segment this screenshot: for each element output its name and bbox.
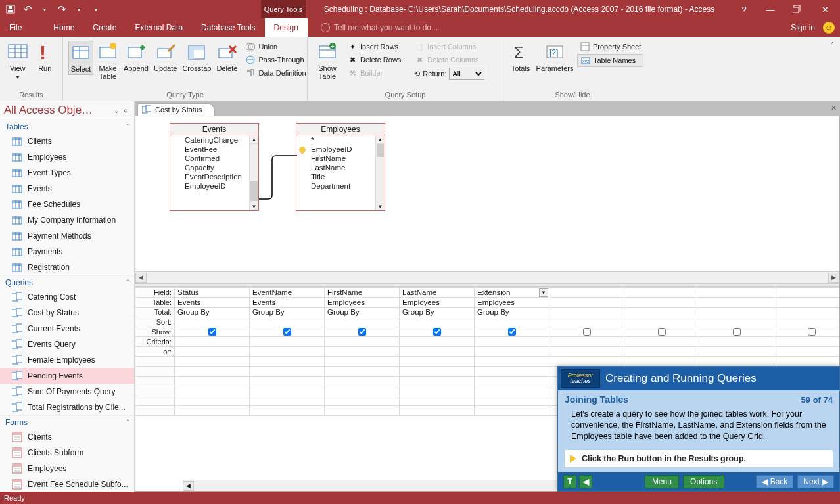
qbe-cell[interactable]	[250, 347, 325, 357]
qbe-cell[interactable]	[549, 337, 624, 347]
field-row[interactable]: Department	[296, 181, 385, 191]
tutor-options-button[interactable]: Options	[683, 475, 724, 488]
qbe-cell[interactable]	[774, 317, 840, 327]
field-row[interactable]: EmployeeID	[170, 181, 258, 191]
nav-item[interactable]: Event Types	[0, 165, 134, 181]
qbe-cell[interactable]	[175, 327, 250, 337]
minimize-button[interactable]: —	[757, 0, 783, 18]
nav-group-header[interactable]: Formsˆ	[0, 416, 134, 429]
qbe-cell[interactable]: Group By	[325, 308, 400, 317]
show-checkbox[interactable]	[433, 328, 441, 336]
field-row[interactable]: EmployeeID	[296, 145, 385, 154]
sign-in-link[interactable]: Sign in	[791, 23, 815, 32]
nav-item[interactable]: Sum Of Payments Query	[0, 384, 134, 400]
document-tab[interactable]: Cost by Status	[137, 103, 215, 116]
qbe-cell[interactable]	[699, 337, 774, 347]
qbe-cell[interactable]	[624, 327, 699, 337]
qbe-cell[interactable]	[549, 317, 624, 327]
field-row[interactable]: Confirmed	[170, 154, 258, 163]
tab-file[interactable]: File	[0, 18, 31, 37]
qbe-cell[interactable]	[175, 367, 250, 377]
nav-item[interactable]: Cost by Status	[0, 305, 134, 321]
qbe-cell[interactable]	[400, 406, 475, 416]
qbe-cell[interactable]	[175, 337, 250, 347]
qbe-cell[interactable]: Employees	[475, 298, 549, 308]
nav-menu-icon[interactable]: ⌄	[112, 106, 121, 115]
qbe-cell[interactable]	[624, 337, 699, 347]
qbe-cell[interactable]	[250, 357, 325, 367]
save-icon[interactable]	[5, 4, 16, 14]
nav-item[interactable]: Employees	[0, 461, 134, 476]
qbe-cell[interactable]: Group By	[475, 308, 549, 317]
nav-item[interactable]: Clients	[0, 429, 134, 445]
union-button[interactable]: Union	[243, 41, 308, 53]
qbe-cell[interactable]	[325, 327, 400, 337]
qbe-cell[interactable]	[400, 367, 475, 377]
close-button[interactable]: ✕	[810, 0, 840, 18]
show-checkbox[interactable]	[358, 328, 366, 336]
qbe-cell[interactable]	[250, 396, 325, 406]
qbe-cell[interactable]	[400, 357, 475, 367]
nav-item[interactable]: Pending Events	[0, 368, 134, 384]
qbe-cell[interactable]	[250, 337, 325, 347]
qbe-cell[interactable]	[475, 386, 549, 396]
nav-item[interactable]: Total Registrations by Clie...	[0, 400, 134, 415]
qbe-cell[interactable]: Extension▼	[475, 288, 549, 298]
run-button[interactable]: ! Run	[33, 41, 58, 74]
qbe-cell[interactable]	[774, 288, 840, 298]
scroll-left-icon[interactable]: ◀	[135, 273, 147, 283]
passthrough-button[interactable]: Pass-Through	[243, 54, 308, 66]
show-checkbox[interactable]	[208, 328, 216, 336]
qbe-cell[interactable]	[475, 317, 549, 327]
qbe-cell[interactable]	[475, 347, 549, 357]
field-row[interactable]: Capacity	[170, 163, 258, 172]
field-row[interactable]: Title	[296, 172, 385, 181]
nav-item[interactable]: Current Events	[0, 321, 134, 336]
nav-group-header[interactable]: Tablesˆ	[0, 120, 134, 133]
return-select[interactable]: All	[449, 68, 484, 80]
qbe-cell[interactable]	[475, 406, 549, 416]
dropdown-arrow-icon[interactable]: ▼	[539, 288, 548, 297]
qat-customize-icon[interactable]: ▾	[91, 4, 101, 14]
qbe-cell[interactable]: Group By	[400, 308, 475, 317]
nav-item[interactable]: Employees	[0, 149, 134, 165]
qbe-cell[interactable]	[774, 298, 840, 308]
qbe-cell[interactable]: Group By	[175, 308, 250, 317]
qbe-cell[interactable]	[250, 367, 325, 377]
qbe-cell[interactable]	[175, 396, 250, 406]
nav-header[interactable]: All Access Obje… ⌄ «	[0, 101, 134, 120]
qbe-cell[interactable]	[325, 396, 400, 406]
qbe-cell[interactable]	[400, 347, 475, 357]
qbe-cell[interactable]: Events	[175, 298, 250, 308]
crosstab-button[interactable]: Crosstab	[181, 41, 212, 74]
qbe-cell[interactable]	[774, 308, 840, 317]
tutor-menu-button[interactable]: Menu	[645, 475, 679, 488]
events-scrollbar[interactable]: ▲▼	[249, 135, 258, 210]
qbe-cell[interactable]	[325, 377, 400, 386]
qbe-cell[interactable]	[699, 298, 774, 308]
qbe-cell[interactable]	[250, 406, 325, 416]
insert-rows-button[interactable]: ✦Insert Rows	[344, 41, 404, 53]
qbe-cell[interactable]	[699, 327, 774, 337]
qbe-cell[interactable]	[549, 327, 624, 337]
relation-hscroll[interactable]: ◀ ▶	[135, 271, 839, 283]
qbe-cell[interactable]	[774, 337, 840, 347]
qbe-cell[interactable]	[400, 386, 475, 396]
qbe-cell[interactable]	[175, 406, 250, 416]
nav-item[interactable]: Events	[0, 181, 134, 196]
undo-more-icon[interactable]: ▾	[39, 4, 50, 14]
qbe-cell[interactable]	[774, 357, 840, 367]
qbe-cell[interactable]	[250, 327, 325, 337]
show-table-button[interactable]: + Show Table	[313, 41, 342, 81]
qbe-cell[interactable]	[699, 308, 774, 317]
undo-icon[interactable]: ↶	[22, 4, 33, 14]
nav-item[interactable]: Payment Methods	[0, 228, 134, 244]
qbe-cell[interactable]	[325, 317, 400, 327]
field-row[interactable]: EventDescription	[170, 172, 258, 181]
qbe-cell[interactable]	[475, 327, 549, 337]
tab-home[interactable]: Home	[44, 18, 83, 37]
redo-more-icon[interactable]: ▾	[74, 4, 84, 14]
qbe-cell[interactable]	[549, 357, 624, 367]
nav-item[interactable]: Female Employees	[0, 352, 134, 368]
nav-item[interactable]: Fee Schedules	[0, 196, 134, 212]
